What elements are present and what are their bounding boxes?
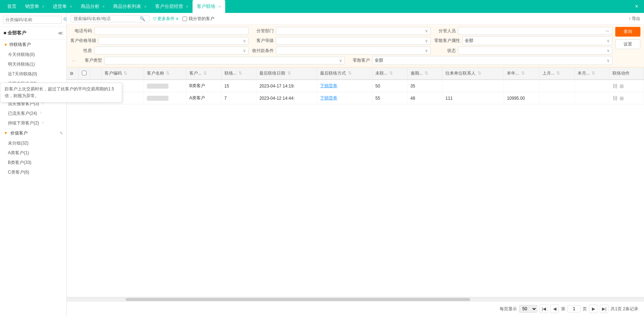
scroll-thumb[interactable] [126,298,470,301]
nav-home[interactable]: 首页 [3,0,21,13]
sidebar-item-churned[interactable]: 已流失客户(24) ? [0,109,66,118]
nav-purchase-order[interactable]: 进货单 × [48,0,76,13]
my-customers-checkbox[interactable]: 我分管的客户 [182,16,214,22]
close-icon[interactable]: × [42,0,44,13]
sort-icon[interactable]: ⇅ [389,71,393,76]
retail-attr-select[interactable]: 全部 ∨ [462,36,612,45]
nav-product-analysis[interactable]: 商品分析 × [77,0,109,13]
sort-icon[interactable]: ⇅ [478,71,481,76]
col-last-contact-method[interactable]: 最后联络方式 ⇅ [317,67,372,80]
row-type: A类客户 [186,92,221,104]
search-box[interactable]: 🔍 [70,15,149,22]
sidebar-item-7day-pending[interactable]: 近7天待联络(0) [0,69,66,79]
close-all-button[interactable]: × [632,3,641,10]
row-last-contact-method[interactable]: 下销货单 [317,92,372,104]
col-customer-type[interactable]: 客户... ⇅ [186,67,221,80]
person-dots[interactable]: ··· [458,27,612,35]
sidebar-item-ungrouped[interactable]: 未分组(32) [0,138,66,148]
close-icon[interactable]: × [144,0,146,13]
dept-select[interactable]: ∨ [276,27,430,35]
search-icon[interactable]: 🔍 [140,16,145,21]
sort-icon[interactable]: ⇅ [521,71,525,76]
col-customer-name[interactable]: 客户名称 ⇅ [144,67,186,80]
payment-select[interactable]: ∨ [276,47,430,55]
price-level-select[interactable]: ∨ [98,37,249,45]
col-checkbox[interactable] [78,67,90,80]
close-icon[interactable]: × [186,0,188,13]
my-customers-check[interactable] [182,16,187,21]
sidebar-all-customers[interactable]: ■ 全部客户 ≪ [0,27,66,39]
sidebar-search-icon[interactable]: 🔍 [63,17,67,22]
col-unit-contact[interactable]: 往来单位联系人 ⇅ [443,67,504,80]
grid-icon[interactable]: ⊞ [620,95,624,101]
customer-type-select[interactable]: ∨ [104,57,345,65]
search-input[interactable] [74,16,138,21]
link-icon[interactable]: ⛓ [612,83,617,89]
settings-button[interactable]: 设置 [615,39,640,49]
customer-level-select[interactable]: ∨ [276,37,430,45]
export-button[interactable]: ↑ 导出 [629,16,640,22]
sort-icon[interactable]: ⇅ [556,71,560,76]
sidebar-item-a-class[interactable]: A类客户(1) [0,148,66,158]
nav-product-analysis-list[interactable]: 商品分析列表 × [109,0,150,13]
sidebar-item-declining[interactable]: 持续下滑客户(2) ? [0,118,66,128]
content-area: 🔍 ▽ 更多条件 ∨ 我分管的客户 ↑ 导出 [67,13,644,316]
repurchase-tooltip: 距客户上次交易时长，超过了此客户的平均交易周期的1.5倍，则视为异常。 [0,82,67,103]
retail-customer-select[interactable]: 全部 ∨ [372,56,613,65]
phone-input[interactable] [97,28,246,33]
first-page-button[interactable]: |◀ [539,305,548,313]
close-icon[interactable]: × [70,0,72,13]
status-select[interactable]: ∨ [458,47,612,55]
per-page-select[interactable]: 50 20 100 [519,305,537,313]
sort-icon[interactable]: ⇅ [425,71,428,76]
last-page-button[interactable]: ▶| [600,305,608,313]
sidebar-item-c-class[interactable]: C类客户(6) [0,168,66,177]
col-last-month[interactable]: 上月... ⇅ [539,67,575,80]
col-settings[interactable]: ⚙ [67,67,78,80]
sort-icon[interactable]: ⇅ [592,71,595,76]
sidebar-search-input[interactable] [3,16,62,24]
prev-page-button[interactable]: ◀ [550,305,559,313]
nav-sales-order[interactable]: 销货单 × [21,0,48,13]
filter-more-dots[interactable]: ··· [70,58,77,63]
col-contact-count[interactable]: 联络... ⇅ [221,67,256,80]
sidebar-pending-group[interactable]: ▼ 待联络客户 [0,39,66,50]
gear-icon[interactable]: ⚙ [70,71,74,76]
grid-icon[interactable]: ⊞ [620,83,624,89]
sidebar-item-b-class[interactable]: B类客户(33) [0,158,66,168]
sidebar-collapse-icon[interactable]: ≪ [58,30,63,36]
nav-customer-contact[interactable]: 客户联络 × [193,0,225,13]
sort-icon[interactable]: ⇅ [203,71,207,76]
col-not-contacted[interactable]: 未联... ⇅ [372,67,407,80]
sidebar-value-group[interactable]: ▼ 价值客户 ✎ [0,128,66,138]
page-input[interactable] [567,305,580,312]
col-customer-code[interactable]: 客户编码 ⇅ [101,67,144,80]
select-all-checkbox[interactable] [82,71,87,75]
close-icon[interactable]: × [102,0,105,13]
horizontal-scrollbar[interactable] [67,297,644,301]
pagination: 每页显示 50 20 100 |◀ ◀ 第 页 ▶ ▶| 共1页 2条记录 [67,301,644,316]
dots-icon: ··· [70,58,77,63]
sort-icon[interactable]: ⇅ [166,71,170,76]
link-icon[interactable]: ⛓ [612,95,617,101]
sort-icon[interactable]: ⇅ [348,71,352,76]
sort-icon[interactable]: ⇅ [124,71,127,76]
row-name[interactable] [144,92,186,104]
nav-customer-segment[interactable]: 客户分层经营 × [151,0,193,13]
edit-icon[interactable]: ✎ [60,131,63,136]
col-this-year[interactable]: 本年... ⇅ [504,67,539,80]
row-last-contact-method[interactable]: 下销货单 [317,80,372,92]
next-page-button[interactable]: ▶ [589,305,598,313]
query-button[interactable]: 查询 [615,27,640,37]
sidebar-item-today-pending[interactable]: 今天待联络(0) [0,50,66,60]
col-overdue[interactable]: 逾期... ⇅ [407,67,443,80]
row-name[interactable] [144,80,186,92]
nature-select[interactable]: ∨ [94,47,249,55]
close-icon[interactable]: × [218,0,221,13]
col-this-month[interactable]: 本月... ⇅ [574,67,610,80]
sort-icon[interactable]: ⇅ [287,71,291,76]
sort-icon[interactable]: ⇅ [238,71,242,76]
sidebar-item-tomorrow-pending[interactable]: 明天待联络(1) [0,60,66,69]
col-last-contact-date[interactable]: 最后联络日期 ⇅ [256,67,317,80]
more-conditions-button[interactable]: ▽ 更多条件 ∨ [153,16,179,22]
